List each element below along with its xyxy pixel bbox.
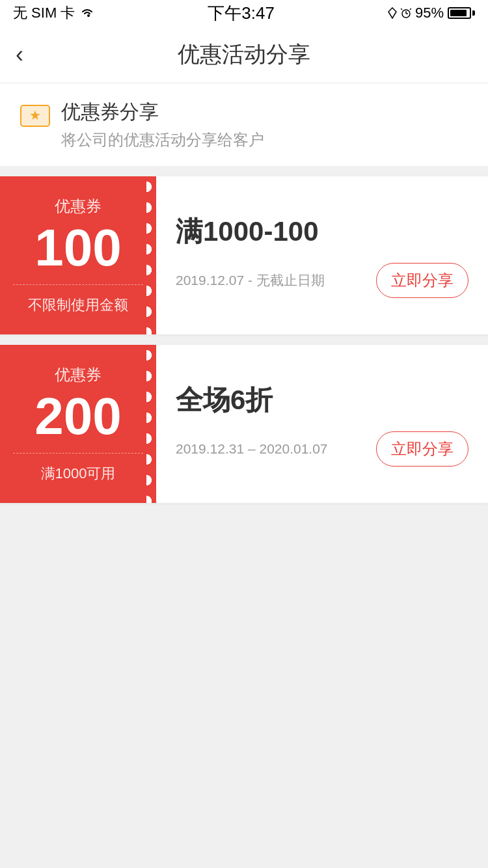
coupon-right-2: 全场6折 2019.12.31 – 2020.01.07 立即分享: [156, 345, 488, 503]
section-header: ★ 优惠券分享 将公司的优惠活动分享给客户: [0, 83, 488, 166]
status-bar: 无 SIM 卡 下午3:47 95%: [0, 0, 488, 26]
coupon-meta-2: 2019.12.31 – 2020.01.07 立即分享: [176, 431, 468, 467]
nav-bar: ‹ 优惠活动分享: [0, 26, 488, 83]
coupon-list: 优惠券 100 不限制使用金额 满1000-100 2019.12.07 - 无…: [0, 176, 488, 503]
status-left: 无 SIM 卡: [13, 3, 94, 23]
coupon-date-1: 2019.12.07 - 无截止日期: [176, 271, 325, 290]
page-content: ★ 优惠券分享 将公司的优惠活动分享给客户 优惠券 100 不限制使用金额 满1…: [0, 83, 488, 503]
status-time: 下午3:47: [208, 2, 275, 25]
no-sim-label: 无 SIM 卡: [13, 3, 75, 23]
coupon-name-2: 全场6折: [176, 382, 468, 418]
svg-text:★: ★: [29, 108, 41, 122]
battery-percent: 95%: [415, 5, 444, 21]
coupon-divider-2: [13, 453, 143, 454]
coupon-name-1: 满1000-100: [176, 213, 468, 250]
coupon-left-1: 优惠券 100 不限制使用金额: [0, 176, 156, 334]
coupon-card-2: 优惠券 200 满1000可用 全场6折 2019.12.31 – 2020.0…: [0, 345, 488, 503]
location-icon: [388, 7, 397, 19]
section-title: 优惠券分享: [61, 99, 264, 126]
coupon-condition-2: 满1000可用: [41, 464, 116, 483]
coupon-meta-1: 2019.12.07 - 无截止日期 立即分享: [176, 263, 468, 298]
coupon-right-1: 满1000-100 2019.12.07 - 无截止日期 立即分享: [156, 176, 488, 334]
coupon-card-1: 优惠券 100 不限制使用金额 满1000-100 2019.12.07 - 无…: [0, 176, 488, 334]
svg-line-3: [401, 8, 402, 10]
wifi-icon: [80, 8, 94, 18]
page-title: 优惠活动分享: [178, 40, 310, 70]
section-text: 优惠券分享 将公司的优惠活动分享给客户: [61, 99, 264, 150]
coupon-amount-1: 100: [34, 222, 121, 274]
coupon-amount-2: 200: [34, 390, 121, 442]
section-subtitle: 将公司的优惠活动分享给客户: [61, 129, 264, 150]
status-right: 95%: [388, 5, 475, 21]
share-button-1[interactable]: 立即分享: [376, 263, 468, 298]
coupon-divider-1: [13, 284, 143, 285]
coupon-left-2: 优惠券 200 满1000可用: [0, 345, 156, 503]
alarm-icon: [401, 7, 411, 19]
coupon-label-2: 优惠券: [55, 364, 102, 385]
back-button[interactable]: ‹: [16, 41, 23, 68]
coupon-condition-1: 不限制使用金额: [28, 295, 128, 315]
coupon-share-icon: ★: [20, 100, 51, 131]
coupon-label-1: 优惠券: [55, 196, 102, 217]
coupon-date-2: 2019.12.31 – 2020.01.07: [176, 441, 328, 457]
share-button-2[interactable]: 立即分享: [376, 431, 468, 467]
battery-icon: [448, 7, 475, 19]
svg-line-4: [410, 8, 411, 10]
